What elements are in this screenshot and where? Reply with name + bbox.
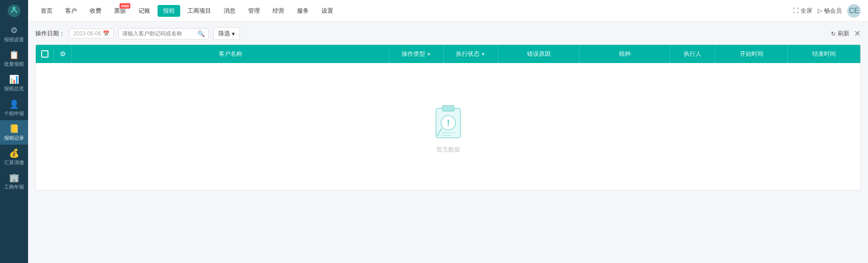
th-tax-type: 税种 [580, 45, 670, 63]
sidebar-item-gongshang-nianbao[interactable]: 🏢 工商年报 [0, 169, 28, 194]
data-table: ⚙ 客户名称 操作类型 ▼ 执行状态 ▼ 错误原因 税种 [35, 44, 861, 190]
nav-item-service[interactable]: 服务 [292, 5, 314, 17]
nav-item-tax[interactable]: 报税 [158, 5, 180, 17]
member-label: 畅会员 [824, 7, 842, 15]
nav-item-customer[interactable]: 客户 [60, 5, 82, 17]
piliang-baoshui-label: 批量报税 [4, 61, 24, 67]
filter-arrow-icon[interactable]: ▼ [427, 52, 431, 57]
nav-items: 首页客户收费票据new记账报税工商项目消息管理经营服务设置 [35, 5, 793, 17]
nav-item-operation[interactable]: 经营 [267, 5, 290, 17]
svg-rect-3 [442, 106, 454, 111]
th-end-time-label: 结束时间 [812, 50, 836, 58]
nav-item-settings[interactable]: 设置 [316, 5, 339, 17]
search-box: 🔍 [118, 28, 209, 39]
th-end-time: 结束时间 [788, 45, 860, 63]
svg-point-0 [8, 5, 20, 17]
filter-chevron-icon: ▾ [232, 30, 235, 37]
filter-button[interactable]: 筛选 ▾ [213, 27, 240, 40]
refresh-label: 刷新 [838, 29, 849, 38]
close-button[interactable]: ✕ [854, 29, 861, 38]
geshuishenbao-label: 个税申报 [4, 111, 24, 117]
toolbar: 操作日期： 2023-06-06 📅 🔍 筛选 ▾ ↻ 刷新 ✕ [35, 27, 861, 40]
sidebar-item-baoshui-zonlan[interactable]: 📊 报税总览 [0, 71, 28, 95]
baoshui-zonlan-icon: 📊 [9, 74, 19, 84]
huisuan-jiaona-label: 汇算清缴 [4, 160, 24, 166]
fullscreen-label: 全屏 [801, 7, 812, 15]
fullscreen-icon: ⛶ [793, 7, 799, 14]
th-executor-label: 执行人 [684, 50, 701, 58]
date-picker[interactable]: 2023-06-06 📅 [69, 29, 114, 39]
th-settings[interactable]: ⚙ [54, 45, 72, 63]
svg-point-1 [13, 7, 15, 10]
th-customer-name-label: 客户名称 [219, 50, 242, 58]
search-button[interactable]: 🔍 [194, 29, 209, 39]
th-operation-type: 操作类型 ▼ [389, 45, 444, 63]
baoshui-shezhi-icon: ⚙ [10, 25, 18, 35]
baoshui-zonlan-label: 报税总览 [4, 86, 24, 92]
th-checkbox[interactable] [36, 45, 54, 63]
svg-text:!: ! [447, 118, 450, 127]
main-area: 首页客户收费票据new记账报税工商项目消息管理经营服务设置 ⛶ 全屏 ▷ 畅会员… [28, 0, 868, 263]
table-body: ! 暂无数据 [36, 63, 860, 190]
huisuan-jiaona-icon: 💰 [9, 148, 19, 158]
nav-item-accounting[interactable]: 记账 [133, 5, 156, 17]
topnav-right: ⛶ 全屏 ▷ 畅会员 CE [793, 4, 861, 18]
invoice-badge: new [120, 3, 130, 9]
th-tax-type-label: 税种 [619, 50, 631, 58]
date-label: 操作日期： [35, 29, 65, 38]
nav-item-message[interactable]: 消息 [218, 5, 241, 17]
sidebar: ⚙ 报税设置 📋 批量报税 📊 报税总览 👤 个税申报 📒 报税记录 💰 汇算清… [0, 0, 28, 263]
filter-arrow-icon-2[interactable]: ▼ [481, 52, 485, 57]
date-value: 2023-06-06 [73, 30, 101, 37]
th-start-time-label: 开始时间 [740, 50, 763, 58]
th-start-time: 开始时间 [715, 45, 788, 63]
user-avatar[interactable]: CE [847, 4, 861, 18]
top-navigation: 首页客户收费票据new记账报税工商项目消息管理经营服务设置 ⛶ 全屏 ▷ 畅会员… [28, 0, 868, 22]
empty-illustration: ! [428, 99, 469, 140]
toolbar-right: ↻ 刷新 ✕ [831, 29, 861, 38]
th-executor: 执行人 [670, 45, 715, 63]
table-header: ⚙ 客户名称 操作类型 ▼ 执行状态 ▼ 错误原因 税种 [36, 45, 860, 63]
sidebar-item-baoshui-shezhi[interactable]: ⚙ 报税设置 [0, 22, 28, 46]
piliang-baoshui-icon: 📋 [9, 50, 19, 60]
gongshang-nianbao-icon: 🏢 [9, 173, 19, 183]
empty-state: ! 暂无数据 [36, 63, 860, 190]
nav-item-management[interactable]: 管理 [243, 5, 265, 17]
member-button[interactable]: ▷ 畅会员 [818, 7, 842, 15]
th-error-reason-label: 错误原因 [527, 50, 551, 58]
member-icon: ▷ [818, 7, 822, 14]
nav-item-invoice[interactable]: 票据new [109, 5, 131, 17]
sidebar-item-piliang-baoshui[interactable]: 📋 批量报税 [0, 46, 28, 71]
sidebar-item-geshuishenbao[interactable]: 👤 个税申报 [0, 96, 28, 120]
baoshui-jilu-label: 报税记录 [4, 135, 24, 141]
calendar-icon: 📅 [103, 30, 110, 37]
select-all-checkbox[interactable] [41, 50, 48, 58]
th-exec-status: 执行状态 ▼ [444, 45, 498, 63]
fullscreen-button[interactable]: ⛶ 全屏 [793, 7, 812, 15]
th-operation-type-label: 操作类型 [402, 50, 425, 58]
nav-item-business[interactable]: 工商项目 [182, 5, 216, 17]
page-content: 操作日期： 2023-06-06 📅 🔍 筛选 ▾ ↻ 刷新 ✕ [28, 22, 868, 263]
th-exec-status-label: 执行状态 [456, 50, 480, 58]
gongshang-nianbao-label: 工商年报 [4, 184, 24, 190]
refresh-icon: ↻ [831, 30, 836, 37]
nav-item-receipts[interactable]: 收费 [84, 5, 107, 17]
column-settings-icon[interactable]: ⚙ [60, 50, 66, 58]
sidebar-item-huisuan-jiaona[interactable]: 💰 汇算清缴 [0, 145, 28, 169]
baoshui-shezhi-label: 报税设置 [4, 37, 24, 43]
geshuishenbao-icon: 👤 [9, 99, 19, 109]
filter-label: 筛选 [218, 29, 230, 38]
empty-text: 暂无数据 [436, 146, 460, 154]
th-customer-name: 客户名称 [72, 45, 389, 63]
app-logo [0, 0, 28, 22]
nav-item-home[interactable]: 首页 [35, 5, 58, 17]
refresh-button[interactable]: ↻ 刷新 [831, 29, 849, 38]
sidebar-item-baoshui-jilu[interactable]: 📒 报税记录 [0, 120, 28, 145]
th-error-reason: 错误原因 [498, 45, 580, 63]
search-input[interactable] [119, 29, 194, 39]
baoshui-jilu-icon: 📒 [9, 124, 19, 134]
